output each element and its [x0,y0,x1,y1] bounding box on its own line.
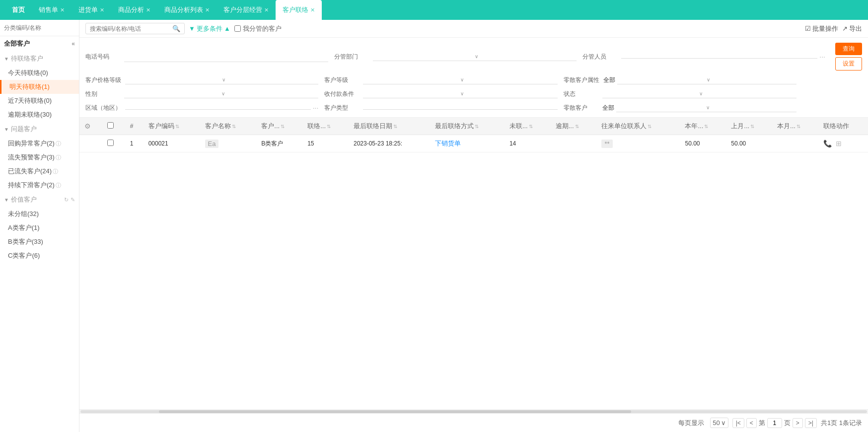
my-customers-checkbox[interactable] [234,25,241,32]
top-navigation: 首页 销售单 ✕ 进货单 ✕ 商品分析 ✕ 商品分析列表 ✕ 客户分层经营 ✕ … [0,0,868,20]
more-filter-button[interactable]: ▼ 更多条件 ▲ [189,24,230,33]
sidebar-item-today-pending[interactable]: 今天待联络(0) [0,66,79,80]
th-this-year[interactable]: 本年...⇅ [680,118,726,135]
td-checkbox[interactable] [102,135,125,152]
value-group-title: ▼ 价值客户 ↻ ✎ [0,192,79,207]
nav-purchase-order[interactable]: 进货单 ✕ [72,0,111,20]
my-customers-checkbox-label[interactable]: 我分管的客户 [234,24,282,33]
main-layout: 🔍 全部客户 « ▼ 待联络客户 今天待联络(0) 明天待联络(1) 近7天待联… [0,20,868,432]
gear-icon[interactable]: ⚙ [84,122,91,130]
close-icon[interactable]: ✕ [205,7,210,13]
th-overdue[interactable]: 逾期...⇅ [551,118,597,135]
last-contact-method-link[interactable]: 下销货单 [435,140,461,147]
filter-dept-label: 分管部门 [334,53,369,61]
select-all-checkbox[interactable] [107,122,114,129]
sidebar-item-repurchase-abnormal[interactable]: 回购异常客户(2) ⓘ [0,137,79,150]
filter-retail-customer-select[interactable]: ∨ [616,103,796,112]
sidebar-item-overdue-pending[interactable]: 逾期未联络(30) [0,108,79,122]
sidebar-item-churn-warning[interactable]: 流失预警客户(3) ⓘ [0,150,79,164]
qr-action-icon[interactable]: ⊞ [836,140,842,147]
chevron-down-icon: ▼ [4,197,9,203]
th-last-month[interactable]: 上月...⇅ [726,118,772,135]
td-this-month [772,135,818,152]
sidebar-item-class-c[interactable]: C类客户(6) [0,249,79,263]
scrollbar-track [80,410,867,413]
prev-page-button[interactable]: < [746,418,757,428]
search-input[interactable] [90,25,172,32]
query-button[interactable]: 查询 [835,43,862,55]
per-page-select[interactable]: 50 ∨ [710,418,728,428]
first-page-button[interactable]: |< [732,418,744,428]
filter-price-level-select[interactable]: ∨ [125,75,318,84]
last-page-button[interactable]: >| [805,418,817,428]
nav-product-analysis-list[interactable]: 商品分析列表 ✕ [157,0,217,20]
th-name[interactable]: 客户名称⇅ [200,118,257,135]
chevron-down-icon: ∨ [721,419,726,427]
filter-person-label: 分管人员 [582,53,617,61]
th-contact-person[interactable]: 往来单位联系人⇅ [596,118,680,135]
th-type[interactable]: 客户...⇅ [256,118,302,135]
phone-action-icon[interactable]: 📞 [823,140,832,147]
all-customers-header[interactable]: 全部客户 « [0,36,79,51]
filter-phone-input[interactable] [124,52,328,62]
th-code[interactable]: 客户编码⇅ [144,118,200,135]
sidebar-item-ungrouped[interactable]: 未分组(32) [0,207,79,221]
next-page-button[interactable]: > [793,418,803,428]
close-icon[interactable]: ✕ [60,7,65,13]
filter-payment-select[interactable]: ∨ [363,89,557,98]
filter-person-select[interactable] [621,55,817,59]
page-number-input[interactable] [767,418,782,428]
th-gear[interactable]: ⚙ [79,118,102,135]
nav-product-analysis[interactable]: 商品分析 ✕ [111,0,157,20]
filter-retail-attr: 零散客户属性 全部 ∨ [564,75,796,84]
sidebar-item-class-b[interactable]: B类客户(33) [0,235,79,249]
filter-region-select[interactable] [125,106,311,110]
setting-button[interactable]: 设置 [835,57,862,71]
refresh-icon[interactable]: ↻ [64,197,69,203]
nav-customer-contact[interactable]: 客户联络 ✕ [276,0,322,20]
toolbar: 🔍 ▼ 更多条件 ▲ 我分管的客户 ☑ 批量操作 ↗ 导出 [79,20,868,38]
filter-row-2: 客户价格等级 ∨ 客户等级 ∨ 零散客户属性 全部 [85,75,862,84]
horizontal-scrollbar[interactable] [79,409,868,413]
sidebar-item-churned[interactable]: 已流失客户(24) ⓘ [0,164,79,178]
close-icon[interactable]: ✕ [146,7,150,13]
td-gear [79,135,102,152]
main-content: 🔍 ▼ 更多条件 ▲ 我分管的客户 ☑ 批量操作 ↗ 导出 [79,20,868,432]
sort-icon: ⇅ [704,124,708,129]
sidebar-item-7day-pending[interactable]: 近7天待联络(0) [0,94,79,108]
filter-status-select[interactable]: ∨ [602,89,796,98]
sort-icon: ⇅ [648,124,651,129]
sidebar-item-declining[interactable]: 持续下滑客户(2) ⓘ [0,178,79,192]
filter-retail-attr-label: 零散客户属性 [564,76,599,84]
filter-action-buttons: 查询 设置 [835,43,862,71]
filter-customer-level-select[interactable]: ∨ [363,75,557,84]
batch-operation-button[interactable]: ☑ 批量操作 [805,24,838,33]
th-no-contact[interactable]: 未联...⇅ [505,118,551,135]
close-icon[interactable]: ✕ [100,7,104,13]
more-icon[interactable]: ··· [311,104,319,112]
sidebar-item-tomorrow-pending[interactable]: 明天待联络(1) [0,80,79,94]
close-icon[interactable]: ✕ [310,7,315,13]
row-checkbox[interactable] [107,140,114,146]
filter-gender-select[interactable]: ∨ [124,89,318,98]
edit-icon[interactable]: ✎ [71,197,75,203]
export-button[interactable]: ↗ 导出 [842,24,862,33]
filter-customer-type-select[interactable] [363,106,557,110]
nav-customer-segment[interactable]: 客户分层经营 ✕ [217,0,276,20]
nav-home[interactable]: 首页 [5,0,32,20]
sidebar-search-input[interactable] [4,24,78,31]
nav-sales-order[interactable]: 销售单 ✕ [32,0,72,20]
th-last-contact-date[interactable]: 最后联络日期⇅ [349,118,430,135]
scrollbar-thumb[interactable] [159,410,631,413]
th-this-month[interactable]: 本月...⇅ [772,118,818,135]
th-contact-count[interactable]: 联络...⇅ [302,118,349,135]
more-icon[interactable]: ··· [817,53,825,61]
th-checkbox[interactable] [102,118,125,135]
chevron-down-icon: ▼ [4,56,9,62]
close-icon[interactable]: ✕ [264,7,269,13]
search-icon[interactable]: 🔍 [172,25,180,32]
sidebar-item-class-a[interactable]: A类客户(1) [0,221,79,235]
filter-dept-select[interactable]: ∨ [373,52,577,61]
filter-retail-attr-select[interactable]: ∨ [617,75,796,84]
th-last-contact-method[interactable]: 最后联络方式⇅ [430,118,505,135]
